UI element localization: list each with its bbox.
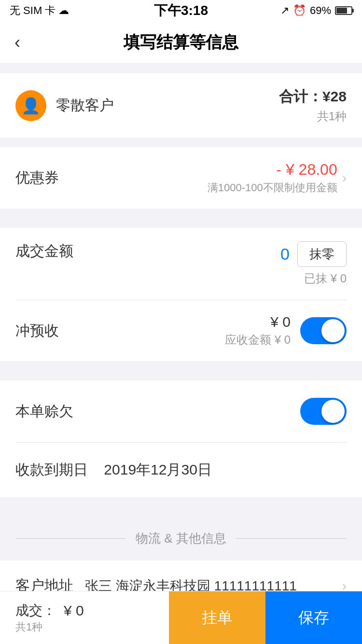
section-divider-1 bbox=[0, 218, 362, 228]
location-icon: ↗ bbox=[280, 4, 289, 17]
section-divider-3 bbox=[0, 507, 362, 517]
nav-title: 填写结算等信息 bbox=[124, 31, 238, 54]
bottom-deal-label: 成交： bbox=[15, 602, 56, 620]
debt-toggle-knob bbox=[321, 400, 345, 423]
debt-label: 本单赊欠 bbox=[15, 402, 73, 421]
customer-right: 合计：¥28 共1种 bbox=[279, 87, 347, 124]
logistics-section: 物流 & 其他信息 bbox=[0, 517, 362, 560]
due-date-text: 收款到期日 2019年12月30日 bbox=[15, 462, 212, 477]
status-right: ↗ ⏰ 69% bbox=[280, 4, 352, 17]
due-date-value: 2019年12月30日 bbox=[104, 462, 211, 477]
avatar-icon: 👤 bbox=[21, 97, 41, 115]
customer-row: 👤 零散客户 合计：¥28 共1种 bbox=[0, 73, 362, 138]
advance-amount: ¥ 0 bbox=[270, 314, 291, 330]
nav-bar: ‹ 填写结算等信息 bbox=[0, 21, 362, 64]
customer-left: 👤 零散客户 bbox=[15, 90, 114, 121]
logistics-line-right bbox=[236, 538, 347, 539]
toggle-knob bbox=[321, 319, 345, 342]
bottom-deal-amount: ¥ 0 bbox=[64, 602, 84, 619]
total-count: 共1种 bbox=[279, 109, 347, 124]
status-bar: 无 SIM 卡 ☁ 下午3:18 ↗ ⏰ 69% bbox=[0, 0, 362, 21]
round-button[interactable]: 抹零 bbox=[297, 241, 347, 267]
bottom-count: 共1种 bbox=[15, 620, 153, 634]
logistics-line-left bbox=[15, 538, 126, 539]
bottom-bar: 成交： ¥ 0 共1种 挂单 保存 bbox=[0, 591, 362, 644]
deal-amount-label: 成交金额 bbox=[15, 241, 73, 261]
battery-icon bbox=[335, 6, 352, 15]
advance-right: ¥ 0 应收金额 ¥ 0 bbox=[225, 314, 291, 348]
deal-amount-sub: 已抹 ¥ 0 bbox=[304, 271, 347, 286]
due-date-row: 收款到期日 2019年12月30日 bbox=[0, 443, 362, 497]
logistics-header: 物流 & 其他信息 bbox=[15, 530, 347, 547]
section-divider-2 bbox=[0, 371, 362, 380]
bottom-deal: 成交： ¥ 0 bbox=[15, 602, 153, 620]
alarm-icon: ⏰ bbox=[293, 4, 306, 17]
sim-label: 无 SIM 卡 ☁ bbox=[10, 3, 69, 18]
hang-button[interactable]: 挂单 bbox=[169, 591, 265, 644]
advance-row: 冲预收 ¥ 0 应收金额 ¥ 0 bbox=[0, 300, 362, 361]
due-date-label: 收款到期日 bbox=[15, 462, 88, 477]
coupon-right: - ¥ 28.00 满1000-100不限制使用金额 › bbox=[208, 161, 347, 195]
customer-name: 零散客户 bbox=[56, 96, 114, 115]
battery-percent: 69% bbox=[310, 4, 331, 17]
coupon-desc: 满1000-100不限制使用金额 bbox=[208, 181, 337, 195]
coupon-label: 优惠券 bbox=[15, 168, 59, 188]
back-button[interactable]: ‹ bbox=[14, 32, 20, 53]
save-button[interactable]: 保存 bbox=[265, 591, 362, 644]
advance-toggle[interactable] bbox=[300, 317, 347, 344]
status-time: 下午3:18 bbox=[154, 1, 208, 20]
logistics-title: 物流 & 其他信息 bbox=[136, 530, 226, 547]
amount-input-row: 0 抹零 bbox=[280, 241, 347, 267]
debt-row: 本单赊欠 bbox=[0, 380, 362, 442]
status-left: 无 SIM 卡 ☁ bbox=[10, 3, 69, 18]
coupon-amount: - ¥ 28.00 bbox=[208, 161, 337, 179]
deal-amount-value[interactable]: 0 bbox=[280, 245, 290, 264]
coupon-chevron-icon: › bbox=[342, 170, 347, 186]
bottom-info: 成交： ¥ 0 共1种 bbox=[0, 591, 169, 644]
debt-toggle[interactable] bbox=[300, 398, 347, 425]
customer-avatar: 👤 bbox=[15, 90, 46, 121]
deal-amount-row: 成交金额 0 抹零 已抹 ¥ 0 bbox=[0, 228, 362, 300]
coupon-row[interactable]: 优惠券 - ¥ 28.00 满1000-100不限制使用金额 › bbox=[0, 147, 362, 209]
advance-label: 冲预收 bbox=[15, 321, 59, 341]
total-amount: 合计：¥28 bbox=[279, 87, 347, 107]
deal-amount-right: 0 抹零 已抹 ¥ 0 bbox=[280, 241, 347, 286]
advance-sub: 应收金额 ¥ 0 bbox=[225, 332, 291, 348]
